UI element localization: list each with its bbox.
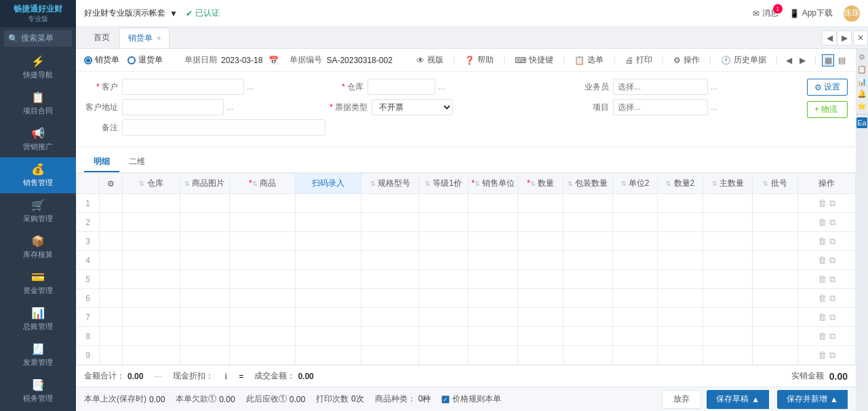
row-batch-input[interactable] xyxy=(296,327,361,346)
copy-icon[interactable]: ⧉ xyxy=(829,236,835,247)
row-qty[interactable] xyxy=(517,308,563,327)
remark-input[interactable] xyxy=(122,119,326,136)
row-qty[interactable] xyxy=(517,194,563,213)
delete-icon[interactable]: 🗑 xyxy=(818,331,827,341)
price-check[interactable]: 价格规则本单 xyxy=(441,393,501,405)
sidebar-item-project[interactable]: 📋 项目合同 xyxy=(0,85,76,121)
tab-home[interactable]: 首页 xyxy=(84,28,119,47)
row-warehouse[interactable] xyxy=(123,327,180,346)
sidebar-item-marketing[interactable]: 📢 营销推广 xyxy=(0,121,76,157)
sidebar-item-sales[interactable]: 💰 销售管理 xyxy=(0,157,76,193)
row-batch-input[interactable] xyxy=(296,346,361,365)
row-qty[interactable] xyxy=(517,270,563,289)
row-warehouse[interactable] xyxy=(123,232,180,251)
row-batch-input[interactable] xyxy=(296,213,361,232)
project-dots[interactable]: ... xyxy=(711,102,717,112)
sidebar-item-purchase[interactable]: 🛒 采购管理 xyxy=(0,193,76,229)
row-unit[interactable] xyxy=(469,251,518,270)
row-goods[interactable] xyxy=(229,289,295,308)
rt-btn-4[interactable]: 🔔 xyxy=(856,88,867,99)
rt-btn-active[interactable]: Ea xyxy=(856,117,867,128)
row-goods[interactable] xyxy=(229,194,295,213)
message-button[interactable]: ✉ 1 消息 xyxy=(753,7,778,19)
operate-button[interactable]: ⚙ 操作 xyxy=(669,53,704,67)
row-unit[interactable] xyxy=(469,327,518,346)
save-draft-button[interactable]: 保存草稿 ▲ xyxy=(707,390,769,409)
grid1-button[interactable]: ▦ xyxy=(822,54,834,66)
row-qty[interactable] xyxy=(517,251,563,270)
th-batch-input[interactable]: 扫码录入 xyxy=(296,174,361,194)
help-button[interactable]: ❓ 帮助 xyxy=(460,53,498,67)
tab-sales-order[interactable]: 销货单 × xyxy=(119,28,170,48)
delete-icon[interactable]: 🗑 xyxy=(818,236,827,246)
address-input[interactable] xyxy=(122,99,224,115)
sidebar-item-tax[interactable]: 📑 税务管理 xyxy=(0,373,76,409)
row-warehouse[interactable] xyxy=(123,270,180,289)
sidebar-item-finance[interactable]: 💳 资金管理 xyxy=(0,265,76,301)
row-qty[interactable] xyxy=(517,213,563,232)
th-gear[interactable]: ⚙ xyxy=(100,174,123,194)
doc-date-value[interactable]: 2023-03-18 xyxy=(221,56,262,65)
customer-input[interactable] xyxy=(122,79,244,95)
calendar-icon[interactable]: 📅 xyxy=(269,56,279,65)
print-button[interactable]: 🖨 打印 xyxy=(621,53,656,67)
delete-icon[interactable]: 🗑 xyxy=(818,274,827,284)
row-goods[interactable] xyxy=(229,327,295,346)
row-goods[interactable] xyxy=(229,270,295,289)
tab-close-button[interactable]: × xyxy=(157,34,161,42)
set-button[interactable]: ⚙ 设置 xyxy=(807,79,848,96)
save-new-button[interactable]: 保存并新增 ▲ xyxy=(777,390,848,409)
sidebar-item-ledger[interactable]: 📊 总账管理 xyxy=(0,301,76,337)
tab-next-button[interactable]: ▶ xyxy=(837,31,852,45)
rt-btn-1[interactable]: ⚙ xyxy=(856,52,867,62)
delete-icon[interactable]: 🗑 xyxy=(818,350,827,360)
staff-dots[interactable]: ... xyxy=(711,82,717,92)
sidebar-item-inventory[interactable]: 📦 库存核算 xyxy=(0,229,76,265)
row-warehouse[interactable] xyxy=(123,289,180,308)
delete-icon[interactable]: 🗑 xyxy=(818,198,827,208)
row-qty[interactable] xyxy=(517,346,563,365)
row-warehouse[interactable] xyxy=(123,346,180,365)
view-button[interactable]: 👁 视版 xyxy=(412,53,448,67)
row-unit[interactable] xyxy=(469,213,518,232)
radio-sale[interactable]: 销货单 xyxy=(84,54,119,66)
delete-icon[interactable]: 🗑 xyxy=(818,293,827,303)
abandon-button[interactable]: 放弃 xyxy=(662,390,701,409)
row-goods[interactable] xyxy=(229,308,295,327)
invoice-select[interactable]: 不开票 xyxy=(372,99,453,115)
tab-all-close-button[interactable]: ✕ xyxy=(853,31,868,45)
staff-input[interactable] xyxy=(613,79,708,95)
tab-2d[interactable]: 二维 xyxy=(119,153,155,172)
row-goods[interactable] xyxy=(229,213,295,232)
row-batch-input[interactable] xyxy=(296,232,361,251)
rt-btn-3[interactable]: 📊 xyxy=(856,76,867,87)
history-button[interactable]: 🕐 历史单据 xyxy=(717,53,770,67)
copy-icon[interactable]: ⧉ xyxy=(829,255,835,266)
add-logistics-button[interactable]: + 物流 xyxy=(807,101,848,118)
copy-icon[interactable]: ⧉ xyxy=(829,198,835,209)
row-warehouse[interactable] xyxy=(123,251,180,270)
user-avatar[interactable]: 珠珠 xyxy=(844,5,860,22)
row-unit[interactable] xyxy=(469,270,518,289)
row-warehouse[interactable] xyxy=(123,213,180,232)
row-unit[interactable] xyxy=(469,346,518,365)
row-warehouse[interactable] xyxy=(123,194,180,213)
delete-icon[interactable]: 🗑 xyxy=(818,312,827,322)
price-check-box[interactable] xyxy=(441,395,450,404)
row-unit[interactable] xyxy=(469,289,518,308)
doc-next-button[interactable]: ▶ xyxy=(797,54,809,66)
sidebar-item-invoice[interactable]: 🧾 发票管理 xyxy=(0,337,76,373)
address-dots[interactable]: ... xyxy=(226,102,233,112)
shortcut-button[interactable]: ⌨ 快捷键 xyxy=(511,53,557,67)
delete-icon[interactable]: 🗑 xyxy=(818,255,827,265)
app-download-button[interactable]: 📱 App下载 xyxy=(789,7,833,19)
rt-btn-2[interactable]: 📋 xyxy=(856,64,867,75)
delete-icon[interactable]: 🗑 xyxy=(818,217,827,227)
sidebar-item-search[interactable]: 🔍 搜索菜单 xyxy=(4,30,72,47)
row-batch-input[interactable] xyxy=(296,289,361,308)
doc-prev-button[interactable]: ◀ xyxy=(783,54,795,66)
sidebar-item-nav[interactable]: ⚡ 快捷导航 xyxy=(0,50,76,85)
tab-prev-button[interactable]: ◀ xyxy=(822,31,837,45)
copy-icon[interactable]: ⧉ xyxy=(829,350,835,361)
row-qty[interactable] xyxy=(517,232,563,251)
